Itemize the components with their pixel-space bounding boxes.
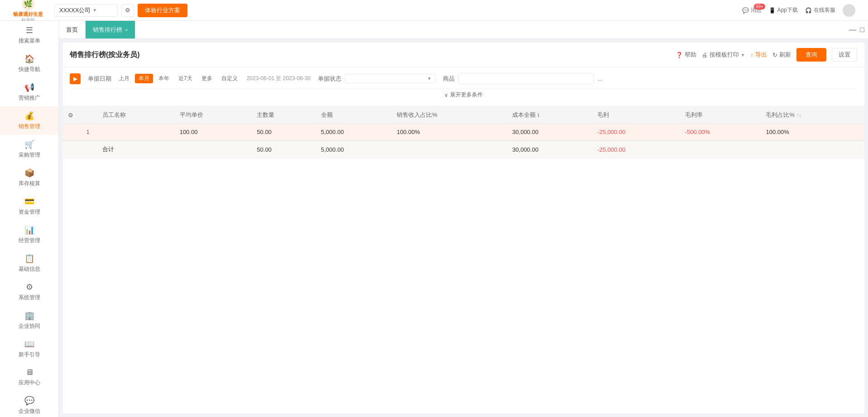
date-tab-custom[interactable]: 自定义 [218, 74, 241, 83]
sidebar-item-wechat[interactable]: 💬 企业微信 [0, 391, 58, 417]
cell-avg-price: 100.00 [174, 124, 252, 141]
table-row: 1 100.00 50.00 5,000.00 100.00% 30,000.0… [62, 124, 864, 141]
expand-conditions-button[interactable]: ∨ 展开更多条件 [444, 91, 483, 99]
date-label: 单据日期 [88, 75, 111, 83]
sidebar-label-system: 系统管理 [19, 294, 40, 302]
sidebar-item-system[interactable]: ⚙ 系统管理 [0, 278, 58, 306]
footer-gross: -25,000.00 [592, 140, 680, 158]
headset-icon: 🎧 [805, 7, 812, 14]
date-tab-current-month[interactable]: 本月 [135, 74, 153, 83]
settings-icon[interactable]: ⚙ [121, 4, 134, 17]
sidebar-item-operation[interactable]: 📊 经营管理 [0, 220, 58, 249]
sidebar-item-purchase[interactable]: 🛒 采购管理 [0, 135, 58, 163]
print-chevron-icon: ▼ [741, 53, 745, 58]
sidebar-label-wechat: 企业微信 [19, 407, 40, 415]
sidebar-item-quick-nav[interactable]: 🏠 快捷导航 [0, 49, 58, 78]
goods-input[interactable] [458, 73, 594, 84]
enterprise-icon: 🏢 [24, 311, 34, 321]
sidebar-item-search-order[interactable]: ☰ 搜索菜单 [0, 21, 58, 49]
page-title: 销售排行榜(按业务员) [70, 50, 140, 60]
message-button[interactable]: 💬 消息 99+ [742, 6, 762, 14]
print-label: 按模板打印 [710, 51, 739, 59]
expand-label: 展开更多条件 [450, 91, 483, 99]
sidebar-label-marketing: 营销推广 [19, 94, 40, 102]
refresh-button[interactable]: ↻ 刷新 [772, 51, 791, 59]
cell-amount: 5,000.00 [316, 124, 392, 141]
col-amount: 全额 [316, 106, 392, 124]
footer-row: 合计 50.00 5,000.00 30,000.00 -25,000.00 [62, 140, 864, 158]
setting-button[interactable]: 设置 [832, 48, 857, 62]
help-button[interactable]: ❓ 帮助 [676, 51, 696, 59]
trial-button[interactable]: 体验行业方案 [138, 4, 187, 17]
sidebar-item-guide[interactable]: 📖 新手引导 [0, 335, 58, 363]
tab-maximize-icon[interactable]: □ [860, 26, 864, 34]
export-label: 导出 [755, 51, 767, 59]
col-quantity: 主数量 [251, 106, 315, 124]
inventory-icon: 📦 [24, 168, 34, 178]
footer-cost: 30,000.00 [507, 140, 592, 158]
sidebar-item-inventory[interactable]: 📦 库存核算 [0, 163, 58, 192]
date-tab-more[interactable]: 更多 [198, 74, 216, 83]
sidebar-label-enterprise: 企业协同 [19, 322, 40, 330]
tab-home[interactable]: 首页 [59, 21, 86, 38]
sales-icon: 💰 [24, 111, 34, 121]
status-chevron-icon: ▼ [427, 76, 432, 81]
col-avg-price: 平均单价 [174, 106, 252, 124]
col-gross-rate: 毛利率 [680, 106, 761, 124]
col-settings[interactable]: ⚙ [62, 106, 79, 124]
cell-name [97, 124, 174, 141]
footer-gross-rate [680, 140, 761, 158]
home-tab-label: 首页 [66, 26, 78, 34]
settings-col-icon: ⚙ [68, 112, 73, 119]
status-label: 单据状态 [318, 75, 341, 83]
app-download-button[interactable]: 📱 App下载 [769, 6, 798, 14]
wechat-icon: 💬 [24, 396, 34, 406]
cell-gross: -25,000.00 [592, 124, 680, 141]
finance-icon: 💳 [24, 197, 34, 206]
footer-gross-ratio [760, 140, 864, 158]
footer-avg-price [174, 140, 252, 158]
gross-ratio-info-icon[interactable]: ↑↓ [796, 112, 801, 118]
sidebar-item-sales[interactable]: 💰 销售管理 [0, 106, 58, 135]
date-filter: 单据日期 上月 本月 本年 近7天 更多 自定义 2023-06-01 至 20… [88, 74, 311, 83]
sidebar-label-quicknav: 快捷导航 [19, 66, 40, 73]
app-center-icon: 🖥 [25, 368, 34, 377]
date-tab-7days[interactable]: 近7天 [175, 74, 196, 83]
export-button[interactable]: ↑ 导出 [751, 51, 767, 59]
footer-empty-2 [79, 140, 97, 158]
cost-info-icon[interactable]: ℹ [537, 112, 539, 118]
footer-amount: 5,000.00 [316, 140, 392, 158]
date-tab-last-month[interactable]: 上月 [115, 74, 133, 83]
query-button[interactable]: 查询 [796, 48, 826, 62]
filter-toggle-icon[interactable]: ▶ [70, 73, 81, 84]
sidebar-item-finance[interactable]: 💳 资金管理 [0, 192, 58, 220]
sidebar-item-enterprise[interactable]: 🏢 企业协同 [0, 306, 58, 335]
status-select[interactable]: ▼ [345, 74, 436, 83]
more-filter-button[interactable]: ... [598, 76, 602, 82]
sidebar-label-operation: 经营管理 [19, 237, 40, 244]
logo-icon: 🌿 [21, 0, 35, 11]
footer-quantity: 50.00 [251, 140, 315, 158]
company-selector[interactable]: XXXXX公司 ▼ [54, 4, 118, 17]
tab-sales-rank[interactable]: 销售排行榜 × [86, 21, 135, 38]
col-rank [79, 106, 97, 124]
purchase-icon: 🛒 [24, 139, 34, 149]
sidebar-label-app-center: 应用中心 [19, 379, 40, 387]
chevron-down-icon: ∨ [444, 92, 448, 98]
avatar[interactable] [843, 4, 855, 17]
col-gross-ratio: 毛利占比% ↑↓ [760, 106, 864, 124]
online-service-button[interactable]: 🎧 在线客服 [805, 6, 835, 14]
col-name: 员工名称 [97, 106, 174, 124]
goods-label: 商品 [443, 75, 455, 83]
print-button[interactable]: 🖨 按模板打印 ▼ [702, 51, 745, 59]
sidebar-item-basic-info[interactable]: 📋 基础信息 [0, 249, 58, 278]
tab-close-icon[interactable]: × [125, 27, 128, 33]
sidebar-label-purchase: 采购管理 [19, 151, 40, 159]
sidebar-item-marketing[interactable]: 📢 营销推广 [0, 78, 58, 106]
footer-sales-ratio [391, 140, 507, 158]
guide-icon: 📖 [24, 339, 34, 349]
date-tab-current-year[interactable]: 本年 [155, 74, 173, 83]
message-icon: 💬 [742, 7, 749, 14]
tab-minimize-icon[interactable]: — [849, 26, 856, 34]
sidebar-item-app-center[interactable]: 🖥 应用中心 [0, 363, 58, 391]
